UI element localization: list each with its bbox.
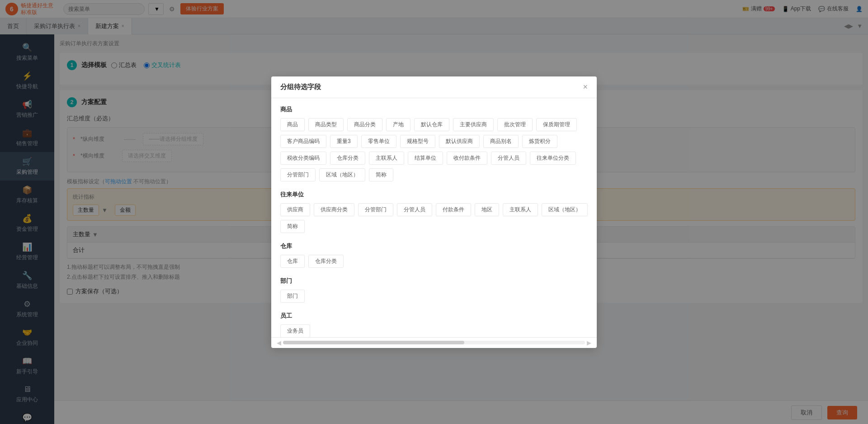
group-title-employee: 员工	[280, 312, 588, 320]
hscroll-right-arrow[interactable]: ▶	[585, 339, 593, 346]
field-tag[interactable]: 供应商	[280, 203, 310, 216]
field-tag[interactable]: 结算单位	[408, 152, 443, 165]
hscroll-thumb	[283, 341, 464, 344]
field-tag[interactable]: 税收分类编码	[280, 152, 326, 165]
field-group-employee: 员工 业务员	[280, 312, 588, 337]
field-tag[interactable]: 仓库分类	[308, 255, 344, 268]
hscroll-bar	[283, 341, 585, 344]
field-tag[interactable]: 炼货积分	[522, 135, 557, 148]
field-tag[interactable]: 区域（地区）	[319, 168, 365, 181]
field-group-product: 商品 商品 商品类型 商品分类 产地 默认仓库 主要供应商 批次管理 保质期管理…	[280, 105, 588, 181]
group-title-warehouse: 仓库	[280, 242, 588, 250]
modal-dialog: 分组待选字段 × 商品 商品 商品类型 商品分类 产地 默认仓库 主要供应商 批…	[271, 76, 597, 348]
field-group-partner: 往来单位 供应商 供应商分类 分管部门 分管人员 付款条件 地区 主联系人 区域…	[280, 191, 588, 233]
field-tag[interactable]: 地区	[475, 203, 499, 216]
field-list-product: 商品 商品类型 商品分类 产地 默认仓库 主要供应商 批次管理 保质期管理 客户…	[280, 118, 588, 181]
modal-header: 分组待选字段 ×	[271, 76, 597, 98]
field-tag[interactable]: 往来单位分类	[530, 152, 576, 165]
field-tag[interactable]: 分管人员	[491, 152, 526, 165]
field-list-partner: 供应商 供应商分类 分管部门 分管人员 付款条件 地区 主联系人 区域（地区） …	[280, 203, 588, 233]
field-tag[interactable]: 批次管理	[497, 118, 533, 131]
field-tag[interactable]: 收付款条件	[447, 152, 487, 165]
field-tag[interactable]: 主要供应商	[453, 118, 494, 131]
hscroll-left-arrow[interactable]: ◀	[275, 339, 283, 346]
field-group-dept: 部门 部门	[280, 277, 588, 303]
field-tag[interactable]: 商品别名	[483, 135, 519, 148]
field-tag[interactable]: 仓库	[280, 255, 305, 268]
field-tag[interactable]: 简称	[280, 220, 305, 233]
field-tag[interactable]: 商品分类	[347, 118, 382, 131]
field-tag[interactable]: 主联系人	[369, 152, 404, 165]
group-title-product: 商品	[280, 105, 588, 114]
group-title-partner: 往来单位	[280, 191, 588, 199]
field-tag[interactable]: 分管部门	[280, 168, 316, 181]
field-tag[interactable]: 产地	[386, 118, 410, 131]
field-tag[interactable]: 保质期管理	[536, 118, 577, 131]
field-tag[interactable]: 规格型号	[400, 135, 435, 148]
group-title-dept: 部门	[280, 277, 588, 285]
modal-hscroll[interactable]: ◀ ▶	[271, 337, 597, 348]
field-tag[interactable]: 区域（地区）	[542, 203, 588, 216]
field-tag[interactable]: 重量3	[330, 135, 358, 148]
field-tag[interactable]: 仓库分类	[330, 152, 365, 165]
modal-close-button[interactable]: ×	[583, 83, 588, 91]
field-group-warehouse: 仓库 仓库 仓库分类	[280, 242, 588, 268]
field-tag[interactable]: 分管部门	[358, 203, 393, 216]
field-tag[interactable]: 主联系人	[503, 203, 538, 216]
modal-title: 分组待选字段	[280, 83, 321, 91]
field-tag[interactable]: 商品	[280, 118, 305, 131]
field-tag[interactable]: 简称	[369, 168, 393, 181]
field-tag[interactable]: 客户商品编码	[280, 135, 326, 148]
field-tag[interactable]: 零售单位	[361, 135, 396, 148]
field-list-warehouse: 仓库 仓库分类	[280, 255, 588, 268]
field-tag[interactable]: 部门	[280, 290, 305, 303]
field-tag[interactable]: 供应商分类	[314, 203, 354, 216]
field-tag[interactable]: 分管人员	[397, 203, 432, 216]
field-list-dept: 部门	[280, 290, 588, 303]
modal-overlay[interactable]: 分组待选字段 × 商品 商品 商品类型 商品分类 产地 默认仓库 主要供应商 批…	[0, 0, 868, 424]
field-tag[interactable]: 付款条件	[436, 203, 471, 216]
field-tag[interactable]: 商品类型	[308, 118, 344, 131]
field-tag[interactable]: 业务员	[280, 324, 310, 337]
field-tag[interactable]: 默认供应商	[439, 135, 480, 148]
field-list-employee: 业务员	[280, 324, 588, 337]
modal-body[interactable]: 商品 商品 商品类型 商品分类 产地 默认仓库 主要供应商 批次管理 保质期管理…	[271, 98, 597, 337]
field-tag[interactable]: 默认仓库	[414, 118, 449, 131]
